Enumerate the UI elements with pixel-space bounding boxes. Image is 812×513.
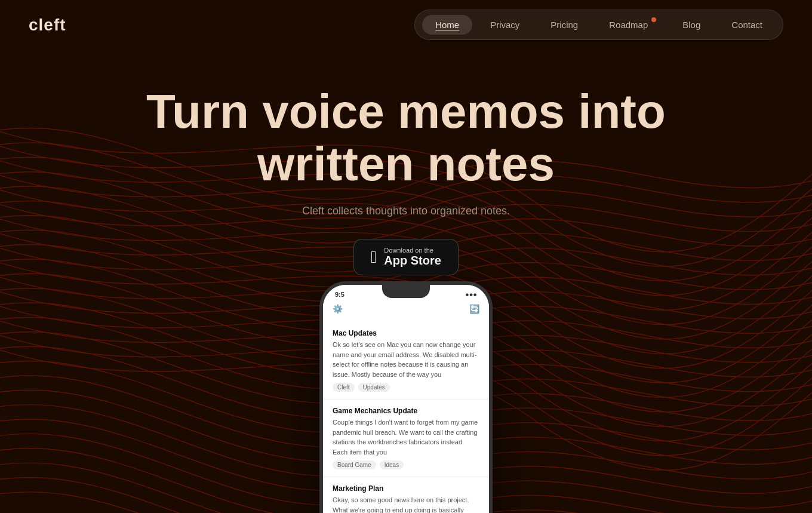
nav-item-roadmap[interactable]: Roadmap — [596, 15, 665, 35]
note-body-1: Ok so let's see on Mac you can now chang… — [333, 340, 479, 379]
nav-item-pricing[interactable]: Pricing — [537, 15, 591, 35]
phone-container: 9:5 ●●● ⚙️ 🔄 Mac Updates Ok so let's see… — [0, 281, 812, 513]
nav-pill: Home Privacy Pricing Roadmap Blog Contac… — [414, 10, 783, 40]
note-item-1: Mac Updates Ok so let's see on Mac you c… — [323, 322, 489, 400]
logo: cleft — [29, 16, 66, 35]
nav-item-blog[interactable]: Blog — [669, 15, 713, 35]
phone-menu-icon[interactable]: 🔄 — [469, 304, 479, 314]
note-title-3: Marketing Plan — [333, 484, 479, 493]
note-tags-1: Cleft Updates — [333, 383, 479, 392]
note-tag: Board Game — [333, 460, 376, 469]
note-item-2: Game Mechanics Update Couple things I do… — [323, 400, 489, 477]
nav-item-home[interactable]: Home — [422, 15, 472, 35]
appstore-small-text: Download on the — [384, 247, 433, 254]
hero-section: Turn voice memos into written notes Clef… — [0, 50, 812, 287]
note-item-3: Marketing Plan Okay, so some good news h… — [323, 477, 489, 513]
note-title-2: Game Mechanics Update — [333, 407, 479, 415]
navbar: cleft Home Privacy Pricing Roadmap Blog … — [0, 0, 812, 50]
phone-notch — [382, 285, 430, 298]
note-tag: Updates — [358, 383, 390, 392]
apple-icon:  — [371, 249, 377, 266]
appstore-big-text: App Store — [384, 254, 441, 268]
phone-mockup: 9:5 ●●● ⚙️ 🔄 Mac Updates Ok so let's see… — [319, 281, 493, 513]
phone-toolbar: ⚙️ 🔄 — [323, 302, 489, 316]
roadmap-dot — [651, 17, 656, 22]
note-title-1: Mac Updates — [333, 329, 479, 337]
phone-content: Mac Updates Ok so let's see on Mac you c… — [323, 316, 489, 513]
appstore-button[interactable]:  Download on the App Store — [353, 239, 459, 275]
phone-icons: ●●● — [465, 291, 477, 298]
phone-time: 9:5 — [335, 291, 345, 298]
hero-headline: Turn voice memos into written notes — [137, 85, 675, 191]
note-tag: Ideas — [380, 460, 404, 469]
note-tags-2: Board Game Ideas — [333, 460, 479, 469]
note-tag: Cleft — [333, 383, 355, 392]
note-body-2: Couple things I don't want to forget fro… — [333, 417, 479, 457]
hero-subtext: Cleft collects thoughts into organized n… — [12, 205, 800, 217]
nav-item-privacy[interactable]: Privacy — [477, 15, 533, 35]
nav-item-contact[interactable]: Contact — [718, 15, 776, 35]
phone-settings-icon[interactable]: ⚙️ — [333, 304, 343, 314]
note-body-3: Okay, so some good news here on this pro… — [333, 495, 479, 513]
